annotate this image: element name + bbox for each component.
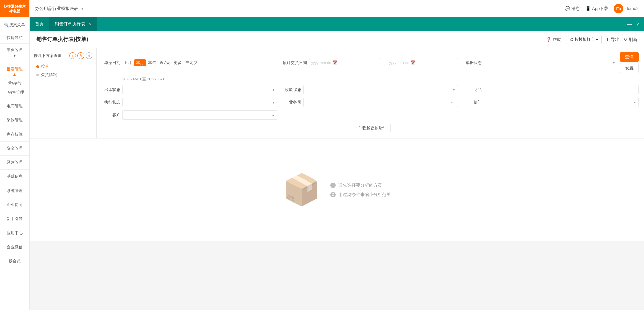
purchase-label: 采购管理	[7, 117, 23, 123]
sidebar-item-vip[interactable]: 畅会员	[0, 256, 29, 266]
dept-arrow: ▾	[634, 101, 636, 104]
exec-status-select[interactable]: ▾	[122, 98, 277, 107]
sidebar-quicknav[interactable]: 快捷导航	[0, 33, 29, 44]
export-btn[interactable]: ⬇ 导出	[606, 37, 620, 43]
sidebar-item-wholesale[interactable]: 批发管理 ▲	[0, 64, 29, 79]
page-title: 销售订单执行表(按单)	[36, 36, 88, 43]
app-logo[interactable]: 畅捷通好生意 标准版	[0, 0, 29, 17]
sidebar-section-retail: 零售管理 ▾	[0, 44, 29, 62]
expected-date-start[interactable]: yyyy-mm-dd 📅	[309, 58, 380, 67]
collapse-scheme-btn[interactable]: «	[86, 52, 92, 59]
empty-illustration: 📦	[283, 172, 320, 207]
out-status-arrow: ▾	[273, 88, 274, 92]
sidebar-item-finance[interactable]: 资金管理	[0, 144, 29, 153]
message-btn[interactable]: 💬 消息	[565, 6, 580, 12]
print-btn[interactable]: 🖨 按模板打印 ▾	[566, 35, 602, 44]
bill-status-select[interactable]: ▾	[484, 58, 618, 67]
system-label: 系统管理	[7, 188, 23, 194]
sidebar-item-wechat[interactable]: 企业微信	[0, 242, 29, 252]
appstore-label: 应用中心	[7, 230, 23, 236]
expected-date-range: yyyy-mm-dd 📅 — yyyy-mm-dd 📅	[309, 58, 458, 67]
scheme-label: 按以下方案查询	[34, 53, 62, 59]
app-download-btn[interactable]: 📱 App下载	[585, 6, 608, 12]
date-range-sep: —	[381, 60, 385, 65]
goods-select[interactable]: ···	[484, 85, 639, 94]
refresh-icon: ↻	[624, 37, 627, 42]
salesman-select[interactable]: ···	[303, 98, 458, 107]
edit-scheme-btn[interactable]: ✎	[77, 52, 84, 59]
sidebar-item-system[interactable]: 系统管理	[0, 186, 29, 196]
goods-field: 商品 ···	[463, 85, 639, 94]
search-menu-item[interactable]: 🔍 搜索菜单	[3, 21, 26, 29]
tab-close-icon[interactable]: ✕	[88, 22, 91, 27]
goods-dots-icon: ···	[632, 87, 636, 92]
sidebar-item-appstore[interactable]: 应用中心	[0, 228, 29, 238]
quicknav-label: 快捷导航	[7, 35, 23, 40]
tab-minimize-icon[interactable]: —	[626, 20, 633, 28]
sidebar-sub-sales[interactable]: 销售管理	[3, 88, 29, 97]
reset-btn[interactable]: 设置	[620, 63, 639, 73]
exec-status-arrow: ▾	[273, 101, 274, 104]
sidebar-item-ecommerce[interactable]: 电商管理	[0, 101, 29, 111]
sidebar-item-retail[interactable]: 零售管理 ▾	[0, 46, 29, 60]
sidebar-item-basics[interactable]: 基础信息	[0, 172, 29, 182]
date-tab-last-month[interactable]: 上月	[122, 59, 133, 66]
logo-subtext: 标准版	[9, 9, 20, 13]
page-actions: ❓ 帮助 🖨 按模板打印 ▾ ⬇ 导出 ↻ 刷新	[546, 35, 637, 44]
dept-label: 部门	[463, 100, 482, 105]
export-icon: ⬇	[606, 37, 609, 42]
dept-select[interactable]: ▾	[484, 98, 639, 107]
calendar-icon-2: 📅	[411, 60, 416, 65]
page-header: 销售订单执行表(按单) ❓ 帮助 🖨 按模板打印 ▾ ⬇ 导出 ↻ 刷新	[30, 31, 644, 48]
sidebar-section-basics: 基础信息	[0, 170, 29, 184]
collapse-btn[interactable]: ⌃⌃ 收起更多条件	[350, 124, 391, 132]
topbar-dropdown-arrow[interactable]: ▾	[81, 6, 83, 11]
sidebar-search[interactable]: 🔍 搜索菜单	[0, 17, 29, 33]
help-btn[interactable]: ❓ 帮助	[546, 37, 561, 43]
newbie-label: 新手引导	[7, 216, 23, 222]
empty-state: 📦 1 请先选择要分析的方案 2 用过滤条件来缩小分析范围	[30, 139, 644, 241]
date-tab-custom[interactable]: 自定义	[184, 59, 199, 66]
date-tab-more[interactable]: 更多	[172, 59, 183, 66]
sidebar-item-purchase[interactable]: 采购管理	[0, 115, 29, 125]
refresh-btn[interactable]: ↻ 刷新	[624, 37, 637, 43]
out-status-select[interactable]: ▾	[122, 85, 277, 94]
inventory-label: 库存核算	[7, 132, 23, 137]
sidebar-item-newbie[interactable]: 新手引导	[0, 214, 29, 224]
date-tab-this-month[interactable]: 本月	[134, 59, 146, 66]
expected-date-end[interactable]: yyyy-mm-dd 📅	[387, 58, 458, 67]
date-tab-this-year[interactable]: 本年	[147, 59, 157, 66]
wholesale-arrow: ▲	[13, 72, 17, 77]
sidebar-section-wechat: 企业微信	[0, 240, 29, 254]
sidebar-section-appstore: 应用中心	[0, 226, 29, 240]
sidebar-section-corp: 企业协同	[0, 198, 29, 212]
tab-home[interactable]: 首页	[30, 17, 49, 31]
tip-2-num: 2	[330, 192, 336, 197]
query-btn[interactable]: 查询	[620, 52, 639, 62]
collect-status-select[interactable]: ▾	[303, 85, 458, 94]
sidebar-item-inventory[interactable]: 库存核算	[0, 130, 29, 139]
sidebar-sub-wholesale: 营销推广 销售管理	[0, 79, 29, 97]
sidebar-item-corp[interactable]: 企业协同	[0, 200, 29, 210]
collect-status-field: 收款状态 ▾	[283, 85, 458, 94]
date-tab-7days[interactable]: 近7天	[158, 59, 171, 66]
customer-field: 客户 ···	[102, 110, 277, 120]
customer-select[interactable]: ···	[122, 110, 277, 120]
add-scheme-btn[interactable]: +	[69, 52, 76, 59]
nav-backorder[interactable]: 欠货情况	[34, 71, 92, 79]
sidebar-item-operation[interactable]: 经营管理	[0, 158, 29, 167]
bill-status-arrow: ▾	[613, 61, 615, 65]
empty-tips: 1 请先选择要分析的方案 2 用过滤条件来缩小分析范围	[330, 182, 391, 198]
sidebar-section-wholesale: 批发管理 ▲ 营销推广 销售管理	[0, 62, 29, 99]
tab-home-label: 首页	[35, 21, 44, 27]
sidebar-sub-marketing[interactable]: 营销推广	[3, 79, 29, 88]
tab-maximize-icon[interactable]: ⤢	[635, 20, 641, 28]
nav-by-order[interactable]: 按单	[34, 62, 92, 71]
tab-sales-exec[interactable]: 销售订单执行表 ✕	[49, 17, 97, 31]
sidebar-section-purchase: 采购管理	[0, 113, 29, 127]
calendar-icon-1: 📅	[333, 60, 338, 65]
customer-dots-icon: ···	[270, 112, 274, 118]
search-icon: 🔍	[4, 23, 9, 28]
user-profile[interactable]: Ea demo2	[614, 4, 639, 13]
filter-row-2: 出库状态 ▾ 收款状态 ▾	[102, 85, 639, 94]
